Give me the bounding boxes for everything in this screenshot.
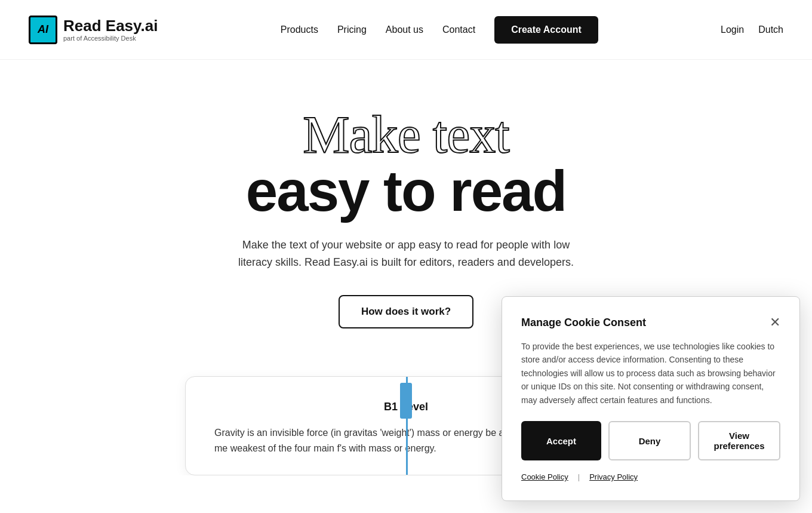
cookie-footer-links: Cookie Policy | Privacy Policy — [521, 472, 780, 475]
cookie-header: Manage Cookie Consent ✕ — [521, 316, 780, 329]
view-preferences-button[interactable]: View preferences — [698, 421, 780, 460]
hero-line2: easy to read — [24, 162, 788, 220]
cookie-close-button[interactable]: ✕ — [770, 316, 780, 329]
logo-text-group: Read Easy.ai part of Accessibility Desk — [63, 17, 158, 42]
cookie-title: Manage Cookie Consent — [521, 317, 646, 329]
nav-links: Products Pricing About us Contact Create… — [281, 16, 598, 44]
nav-link-products[interactable]: Products — [281, 24, 318, 35]
login-button[interactable]: Login — [721, 24, 744, 35]
cookie-body: To provide the best experiences, we use … — [521, 340, 780, 407]
demo-slider-handle[interactable] — [400, 383, 412, 419]
accept-button[interactable]: Accept — [521, 421, 601, 460]
nav-link-about[interactable]: About us — [386, 24, 423, 35]
deny-button[interactable]: Deny — [608, 421, 691, 460]
cookie-modal: Manage Cookie Consent ✕ To provide the b… — [502, 296, 800, 475]
create-account-button[interactable]: Create Account — [494, 16, 598, 44]
cookie-actions: Accept Deny View preferences — [521, 421, 780, 460]
nav-link-pricing[interactable]: Pricing — [337, 24, 367, 35]
logo[interactable]: AI Read Easy.ai part of Accessibility De… — [29, 16, 158, 44]
language-button[interactable]: Dutch — [758, 24, 783, 35]
nav-link-contact[interactable]: Contact — [442, 24, 475, 35]
navbar: AI Read Easy.ai part of Accessibility De… — [0, 0, 812, 60]
hero-subtitle: Make the text of your website or app eas… — [227, 236, 585, 271]
logo-title: Read Easy.ai — [63, 17, 158, 35]
how-does-it-work-button[interactable]: How does it work? — [339, 295, 473, 328]
logo-subtitle: part of Accessibility Desk — [63, 35, 158, 42]
privacy-policy-link[interactable]: Privacy Policy — [589, 472, 638, 475]
nav-right: Login Dutch — [721, 24, 783, 35]
hero-line1: Make text — [24, 107, 788, 162]
cookie-policy-link[interactable]: Cookie Policy — [521, 472, 568, 475]
logo-icon: AI — [29, 16, 57, 44]
cookie-divider: | — [578, 472, 580, 475]
